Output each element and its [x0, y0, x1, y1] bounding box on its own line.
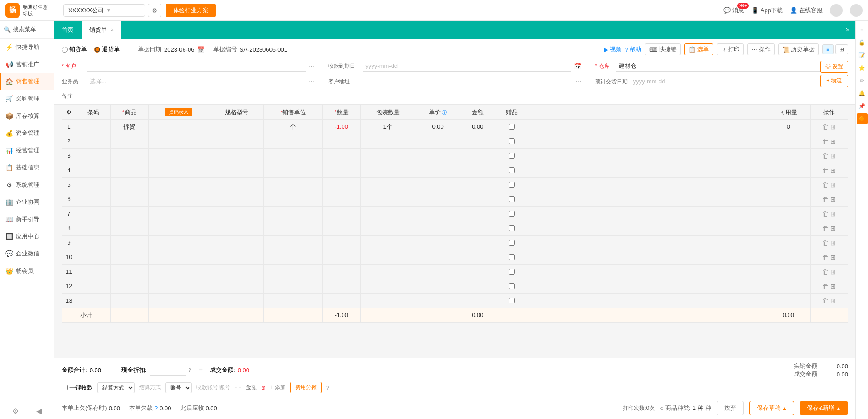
remark-input[interactable]	[82, 91, 243, 101]
sidebar-item-basic[interactable]: 📋 基础信息	[0, 159, 54, 176]
sidebar-item-operation[interactable]: 📊 经营管理	[0, 142, 54, 159]
salesperson-input[interactable]	[87, 76, 306, 87]
sales-order-radio[interactable]: 销货单	[62, 45, 87, 53]
sidebar-item-wechat[interactable]: 💬 企业微信	[0, 245, 54, 262]
customer-addr-input[interactable]	[363, 76, 572, 87]
row-delete-button[interactable]: 🗑	[822, 239, 829, 246]
sidebar-item-appstore[interactable]: 🔲 应用中心	[0, 228, 54, 245]
video-link[interactable]: ▶ 视频	[604, 45, 621, 53]
sidebar-item-quick-nav[interactable]: ⚡ 快捷导航	[0, 39, 54, 56]
row-delete-button[interactable]: 🗑	[822, 254, 829, 261]
account-more-icon[interactable]: ···	[235, 384, 241, 392]
rs-orange-button[interactable]: 🔶	[857, 113, 868, 124]
one-click-checkbox[interactable]	[62, 385, 68, 390]
row-delete-button[interactable]: 🗑	[822, 167, 829, 174]
rs-bell-button[interactable]: 🔔	[857, 88, 868, 99]
select-button[interactable]: 📋 选单	[684, 43, 713, 55]
trial-button[interactable]: 体验行业方案	[166, 4, 216, 17]
calendar-icon-2[interactable]: 📅	[574, 63, 582, 70]
row-delete-button[interactable]: 🗑	[822, 283, 829, 290]
sidebar-item-member[interactable]: 👑 畅会员	[0, 262, 54, 279]
rs-edit-button[interactable]: ✏	[857, 75, 868, 86]
sidebar-item-enterprise[interactable]: 🏢 企业协同	[0, 193, 54, 211]
app-download-button[interactable]: 📱 App下载	[752, 6, 783, 14]
payment-method-select[interactable]: 结算方式	[97, 382, 135, 393]
rs-star-button[interactable]: ⭐	[857, 63, 868, 73]
sidebar-search[interactable]: 🔍 搜索菜单	[0, 21, 54, 39]
sidebar-item-inventory[interactable]: 📦 库存核算	[0, 107, 54, 125]
row-copy-button[interactable]: ⊞	[830, 196, 836, 203]
row-delete-button[interactable]: 🗑	[822, 152, 829, 159]
rs-pin-button[interactable]: 📌	[857, 101, 868, 111]
rs-lock-button[interactable]: 🔒	[857, 37, 868, 48]
collapse-icon[interactable]: ◀	[36, 407, 42, 415]
calendar-icon[interactable]: 📅	[197, 46, 204, 53]
tab-sales-order[interactable]: 销货单 ×	[82, 21, 121, 39]
logistics-side-button[interactable]: + 物流	[820, 75, 848, 87]
save-new-button[interactable]: 保存&新增 ▲	[800, 401, 848, 415]
delivery-date-input[interactable]	[630, 76, 838, 87]
account-select[interactable]: 账号	[165, 382, 192, 393]
row-copy-button[interactable]: ⊞	[830, 138, 836, 145]
shortcut-button[interactable]: ⌨ 快捷键	[645, 43, 681, 55]
tabs-close-button[interactable]: ×	[840, 26, 855, 34]
warehouse-input[interactable]	[616, 61, 839, 72]
rs-note-button[interactable]: 📝	[857, 50, 868, 61]
payment-due-input[interactable]	[363, 61, 571, 72]
avatar-2[interactable]	[850, 4, 863, 17]
scan-input-button[interactable]: 扫码录入	[165, 108, 192, 116]
sidebar-item-sales[interactable]: 🏠 销售管理	[0, 73, 54, 90]
history-button[interactable]: 📜 历史单据	[778, 43, 819, 55]
row-copy-button[interactable]: ⊞	[830, 210, 836, 217]
one-click-payment[interactable]: 一键收款	[62, 384, 93, 392]
rs-list-button[interactable]: ≡	[857, 24, 868, 35]
save-draft-button[interactable]: 保存草稿 ▲	[749, 401, 795, 415]
row-delete-button[interactable]: 🗑	[822, 225, 829, 232]
discount-help-icon[interactable]: ?	[189, 367, 191, 373]
online-service-button[interactable]: 👤 在线客服	[790, 6, 823, 14]
list-view-button[interactable]: ≡	[822, 44, 834, 54]
row-delete-button[interactable]: 🗑	[822, 297, 829, 304]
row-copy-button[interactable]: ⊞	[830, 268, 836, 275]
tab-close-icon[interactable]: ×	[111, 27, 114, 33]
settings-side-button[interactable]: ◎ 设置	[820, 61, 848, 73]
salesperson-more-icon[interactable]: ···	[309, 77, 315, 86]
row-copy-button[interactable]: ⊞	[830, 239, 836, 246]
row-copy-button[interactable]: ⊞	[830, 254, 836, 261]
col-settings[interactable]: ⚙	[62, 105, 76, 120]
customer-input[interactable]	[87, 61, 306, 72]
discount-input[interactable]	[150, 365, 186, 376]
row-delete-button[interactable]: 🗑	[822, 196, 829, 203]
customer-more-icon[interactable]: ···	[309, 62, 315, 70]
addr-more-icon[interactable]: ···	[575, 77, 581, 86]
sidebar-item-finance[interactable]: 💰 资金管理	[0, 125, 54, 142]
debt-help-icon[interactable]: ?	[155, 405, 158, 412]
avatar[interactable]	[830, 4, 843, 17]
settings-button[interactable]: ⚙	[148, 4, 161, 17]
row-delete-button[interactable]: 🗑	[822, 210, 829, 217]
expense-split-button[interactable]: 费用分摊	[290, 382, 322, 393]
help-link[interactable]: ? 帮助	[625, 45, 641, 53]
return-order-radio[interactable]: 退货单	[94, 45, 120, 53]
add-payment-icon[interactable]: ⊕	[261, 385, 266, 391]
payment-help-icon[interactable]: ?	[326, 385, 329, 390]
row-delete-button[interactable]: 🗑	[822, 123, 829, 130]
row-copy-button[interactable]: ⊞	[830, 225, 836, 232]
row-copy-button[interactable]: ⊞	[830, 167, 836, 174]
sidebar-item-marketing[interactable]: 📢 营销推广	[0, 56, 54, 73]
tab-home[interactable]: 首页	[54, 21, 81, 39]
row-copy-button[interactable]: ⊞	[830, 181, 836, 188]
row-delete-button[interactable]: 🗑	[822, 138, 829, 145]
discard-button[interactable]: 放弃	[717, 401, 744, 415]
row-delete-button[interactable]: 🗑	[822, 181, 829, 188]
row-copy-button[interactable]: ⊞	[830, 297, 836, 304]
company-selector[interactable]: XXXXXX公司 ▼	[63, 4, 145, 17]
settings-bottom-icon[interactable]: ⚙	[12, 407, 19, 415]
row-copy-button[interactable]: ⊞	[830, 123, 836, 130]
sidebar-item-purchase[interactable]: 🛒 采购管理	[0, 90, 54, 107]
row-copy-button[interactable]: ⊞	[830, 152, 836, 159]
message-button[interactable]: 💬 消息 99+	[723, 6, 744, 14]
grid-view-button[interactable]: ⊞	[835, 44, 848, 54]
row-copy-button[interactable]: ⊞	[830, 283, 836, 290]
operation-button[interactable]: ⋯ 操作	[747, 43, 775, 55]
